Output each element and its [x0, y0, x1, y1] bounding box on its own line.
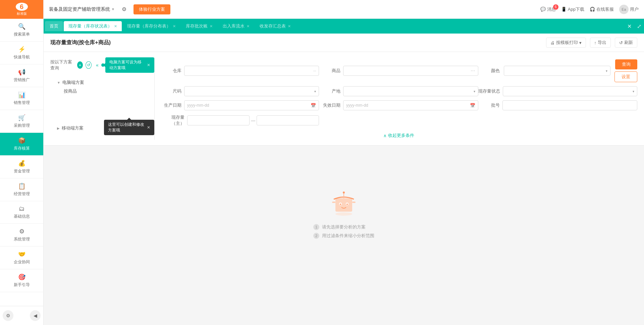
warehouse-field: 仓库 ··· [160, 57, 319, 84]
svg-point-9 [335, 212, 352, 216]
sidebar-item-quicknav[interactable]: ⚡ 快速导航 [0, 42, 43, 64]
filter-fields: 仓库 ··· 商品 [154, 57, 637, 140]
origin-control: ▾ [343, 86, 478, 96]
tab-close-icon[interactable]: ✕ [210, 24, 213, 29]
tab-close-icon[interactable]: ✕ [173, 24, 176, 29]
filter-label: 按以下方案查询 [50, 59, 74, 71]
tab-inventory-dist[interactable]: 现存量（库存分布表） ✕ [122, 21, 180, 31]
tab-close-icon[interactable]: ✕ [247, 24, 250, 29]
filter-refresh-btn[interactable]: ↺ [86, 61, 92, 69]
tab-close-all-btn[interactable]: ✕ [626, 22, 633, 31]
tab-inventory-status-label: 现存量（库存状况表） [68, 23, 112, 29]
empty-tips: 1 请先选择要分析的方案 2 用过滤条件来缩小分析范围 [313, 224, 374, 239]
purchase-icon: 🛒 [18, 114, 25, 121]
scheme-tooltip-wrapper: 电脑方案可设为移动方案哦 ✕ [103, 57, 154, 73]
tab-batch-ledger[interactable]: 库存批次账 ✕ [181, 21, 217, 31]
color-field: 颜色 ▾ 查询 设置 [478, 57, 637, 84]
goods-field: 商品 ··· [319, 57, 478, 84]
sales-icon: 📊 [18, 91, 25, 99]
production-date-field: 生产日期 yyyy-mm-dd 📅 [160, 98, 319, 112]
goods-select[interactable]: ··· [343, 66, 478, 76]
sidebar-item-finance[interactable]: 💰 资金管理 [0, 156, 43, 178]
user-btn[interactable]: Ea 用户 [619, 5, 639, 14]
query-btns: 查询 设置 [614, 59, 637, 82]
message-btn[interactable]: 💬 消息 6 [540, 6, 556, 12]
scheme-tooltip-close-btn[interactable]: ✕ [147, 63, 150, 67]
sidebar-item-marketing[interactable]: 📢 营销推广 [0, 64, 43, 87]
sidebar-item-search[interactable]: 🔍 搜索菜单 [0, 19, 43, 42]
filter-add-btn[interactable]: + [77, 61, 83, 69]
edit-tooltip: 这里可以创建和修改方案哦 ✕ [104, 120, 154, 135]
tab-close-icon[interactable]: ✕ [288, 24, 291, 29]
origin-select[interactable]: ▾ [343, 86, 478, 96]
export-btn[interactable]: ↑ 导出 [590, 38, 611, 48]
batch-input[interactable] [502, 100, 637, 110]
top-header: 装备及固定资产辅助管理系统 ▼ ⚙ 体验行业方案 💬 消息 6 📱 App下载 … [44, 0, 644, 19]
chevron-up-icon: ∧ [383, 133, 387, 138]
scheme-list-desktop: ▼ 电脑端方案 按商品 [50, 77, 154, 96]
tab-inout-flow[interactable]: 出入库流水 ✕ [218, 21, 254, 31]
system-selector[interactable]: 装备及固定资产辅助管理系统 ▼ [49, 6, 115, 12]
sidebar-item-inventory[interactable]: 📦 库存核算 [0, 133, 43, 156]
edit-tooltip-close-btn[interactable]: ✕ [147, 125, 150, 130]
svg-rect-0 [335, 198, 352, 212]
sidebar-item-label: 经营管理 [14, 191, 30, 197]
calendar-icon: 📅 [311, 103, 316, 108]
warehouse-select[interactable]: ··· [184, 66, 319, 76]
scheme-desktop-toggle[interactable]: ▼ 电脑端方案 [57, 78, 154, 87]
template-print-btn[interactable]: 🖨 按模板打印 ▾ [546, 38, 586, 48]
sidebar-item-label: 采购管理 [14, 123, 30, 128]
tab-close-icon[interactable]: ✕ [114, 24, 117, 29]
tab-home[interactable]: 首页 [45, 21, 63, 31]
page-header: 现存量查询(按仓库+商品) 🖨 按模板打印 ▾ ↑ 导出 ↺ 刷新 [44, 34, 644, 52]
stock-main-input-to[interactable] [257, 115, 319, 125]
sidebar-item-purchase[interactable]: 🛒 采购管理 [0, 110, 43, 133]
operation-icon: 📋 [18, 182, 25, 190]
collapse-btn[interactable]: ∧ 收起更多条件 [383, 132, 414, 139]
dots-icon: ··· [471, 68, 475, 74]
sidebar-item-sales[interactable]: 📊 销售管理 [0, 87, 43, 110]
sidebar-footer: ⚙ ◀ [0, 306, 43, 325]
chevron-down-icon: ▾ [314, 90, 316, 93]
query-btn[interactable]: 查询 [615, 59, 637, 69]
filter-grid: 仓库 ··· 商品 [160, 57, 637, 128]
tip-num-1: 1 [313, 224, 319, 230]
reset-btn[interactable]: 设置 [614, 71, 637, 82]
production-date-input[interactable]: yyyy-mm-dd 📅 [184, 100, 319, 110]
page-title: 现存量查询(按仓库+商品) [50, 39, 111, 46]
size-label: 尺码 [160, 88, 184, 94]
stock-status-select[interactable]: ▾ [503, 86, 637, 96]
sidebar-item-label: 快速导航 [14, 54, 30, 60]
stock-main-input-from[interactable] [187, 115, 250, 125]
size-select[interactable]: ▾ [184, 86, 319, 96]
sidebar-item-label: 新手引导 [14, 282, 30, 288]
production-date-label: 生产日期 [160, 102, 184, 108]
online-support-btn[interactable]: 🎧 在线客服 [590, 6, 614, 12]
sidebar-item-system[interactable]: ⚙ 系统管理 [0, 224, 43, 247]
basic-icon: 🗂 [19, 205, 25, 212]
sidebar-item-operation[interactable]: 📋 经营管理 [0, 178, 43, 201]
refresh-btn[interactable]: ↺ 刷新 [615, 38, 637, 48]
tab-inventory-status[interactable]: 现存量（库存状况表） ✕ [64, 21, 122, 31]
color-control: ▾ [504, 66, 610, 76]
expiry-date-input[interactable]: yyyy-mm-dd 📅 [343, 100, 478, 110]
production-date-control: yyyy-mm-dd 📅 [184, 100, 319, 110]
sidebar-item-basic[interactable]: 🗂 基础信息 [0, 201, 43, 224]
color-select[interactable]: ▾ [504, 66, 610, 76]
tab-fullscreen-btn[interactable]: ⤢ [636, 22, 643, 31]
collapse-sidebar-btn[interactable]: ◀ [30, 310, 41, 321]
industry-btn[interactable]: 体验行业方案 [133, 4, 170, 14]
app-download-label: App下载 [568, 6, 584, 12]
app-download-btn[interactable]: 📱 App下载 [561, 6, 584, 12]
header-settings-btn[interactable]: ⚙ [119, 4, 129, 15]
system-icon: ⚙ [19, 228, 24, 235]
size-control: ▾ [184, 86, 319, 96]
stock-status-control: ▾ [503, 86, 637, 96]
scheme-desktop-child[interactable]: 按商品 [64, 87, 154, 96]
filter-prev-btn[interactable]: « [94, 61, 100, 69]
tab-collect-summary[interactable]: 收发存汇总表 ✕ [255, 21, 296, 31]
search-icon: 🔍 [18, 23, 25, 30]
sidebar-item-enterprise[interactable]: 🤝 企业协同 [0, 247, 43, 269]
sidebar-item-guide[interactable]: 🎯 新手引导 [0, 269, 43, 292]
settings-footer-btn[interactable]: ⚙ [3, 310, 13, 321]
